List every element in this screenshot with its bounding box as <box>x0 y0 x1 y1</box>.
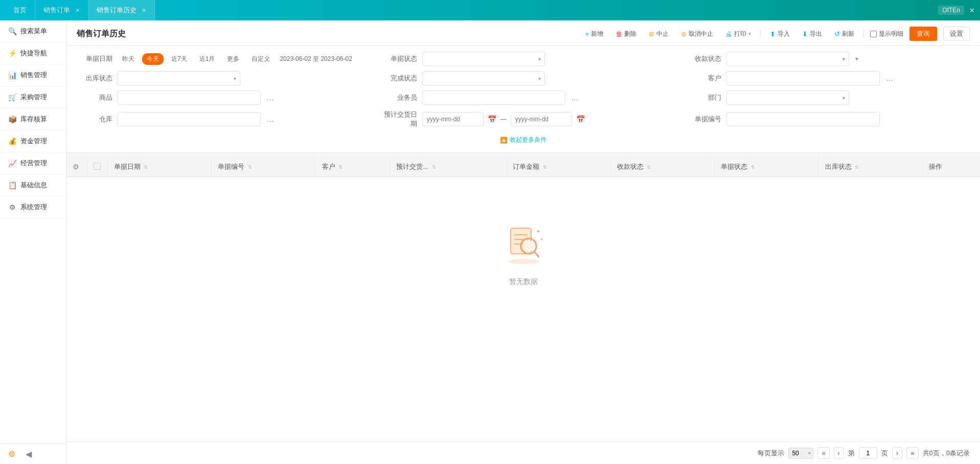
show-detail-container: 显示明细 <box>870 30 903 38</box>
goods-label: 商品 <box>77 93 118 102</box>
expected-date-from[interactable] <box>422 112 484 126</box>
refresh-button[interactable]: ↺ 刷新 <box>831 28 857 40</box>
tab-sales-order-history[interactable]: 销售订单历史 ✕ <box>88 0 155 20</box>
export-button[interactable]: ⬇ 导出 <box>799 28 825 40</box>
col-expected-date[interactable]: 预计交货... ⇅ <box>390 157 507 177</box>
col-date[interactable]: 单据日期 ⇅ <box>107 157 212 177</box>
delete-button[interactable]: 🗑 删除 <box>612 28 640 40</box>
sidebar-collapse-icon[interactable]: ◀ <box>26 449 32 459</box>
customer-dots[interactable]: ... <box>886 74 893 83</box>
salesperson-input[interactable] <box>422 91 565 105</box>
delete-label: 删除 <box>624 30 636 38</box>
out-status-select[interactable] <box>118 71 240 85</box>
page-number-input[interactable]: 1 <box>859 447 877 459</box>
tab-sales-order[interactable]: 销售订单 ✕ <box>35 0 88 20</box>
sidebar-item-system[interactable]: ⚙ 系统管理 <box>0 196 66 218</box>
goods-dots[interactable]: ... <box>267 93 274 102</box>
tab-sales-order-history-label: 销售订单历史 <box>97 6 136 15</box>
first-page-button[interactable]: « <box>817 447 829 459</box>
sidebar-item-finance[interactable]: 💰 资金管理 <box>0 130 66 152</box>
refresh-label: 刷新 <box>842 30 854 38</box>
quick-nav-icon: ⚡ <box>8 49 16 57</box>
filter-row-2: 出库状态 完成状态 客户 <box>77 71 970 85</box>
print-button[interactable]: 🖨 打印 ▾ <box>722 28 754 40</box>
col-expected-date-sort-icon: ⇅ <box>432 164 436 170</box>
sidebar-item-inventory[interactable]: 📦 库存核算 <box>0 108 66 130</box>
warehouse-input[interactable] <box>118 112 261 126</box>
operations-icon: 📈 <box>8 159 16 167</box>
filter-row-4: 仓库 ... 预计交货日期 📅 — 📅 单据编号 <box>77 110 970 128</box>
delete-icon: 🗑 <box>616 30 622 38</box>
sidebar-item-operations[interactable]: 📈 经营管理 <box>0 152 66 174</box>
col-amount[interactable]: 订单金额 ⇅ <box>507 157 611 177</box>
date-btn-yesterday[interactable]: 昨天 <box>118 53 139 65</box>
inventory-icon: 📦 <box>8 115 16 123</box>
new-button[interactable]: + 新增 <box>582 28 606 40</box>
date-btn-1month[interactable]: 近1月 <box>195 53 220 65</box>
out-status-control <box>118 71 361 85</box>
topbar-close-icon[interactable]: ✕ <box>969 7 975 14</box>
tab-sales-order-close[interactable]: ✕ <box>75 7 80 14</box>
order-no-input[interactable] <box>726 112 880 126</box>
customer-label: 客户 <box>686 74 726 83</box>
select-all-checkbox[interactable] <box>94 163 101 170</box>
filter-row-1: 单据日期 昨天 今天 近7天 近1月 更多 自定义 2023-06-02 至 2… <box>77 52 970 66</box>
date-btn-custom[interactable]: 自定义 <box>247 53 275 65</box>
sidebar-item-search-menu[interactable]: 🔍 搜索菜单 <box>0 20 66 42</box>
stop-icon: ⊘ <box>649 30 654 38</box>
finance-icon: 💰 <box>8 137 16 145</box>
date-btn-7days[interactable]: 近7天 <box>167 53 192 65</box>
sidebar-item-quick-nav[interactable]: ⚡ 快捷导航 <box>0 42 66 64</box>
prev-page-button[interactable]: ‹ <box>834 447 844 459</box>
cancel-stop-button[interactable]: ⊘ 取消中止 <box>678 28 716 40</box>
cancel-stop-icon: ⊘ <box>681 30 687 38</box>
settings-button[interactable]: 设置 <box>943 27 970 41</box>
data-table: ⚙ 单据日期 ⇅ 单据编号 ⇅ <box>66 157 980 327</box>
sidebar-item-sales-mgmt[interactable]: 📊 销售管理 <box>0 64 66 86</box>
complete-status-select[interactable] <box>422 71 545 85</box>
expected-date-label: 预计交货日期 <box>381 110 422 128</box>
goods-input[interactable] <box>118 91 261 105</box>
expected-date-to[interactable] <box>511 112 572 126</box>
sidebar-item-sales-mgmt-label: 销售管理 <box>20 71 47 80</box>
col-order-status[interactable]: 单据状态 ⇅ <box>715 157 819 177</box>
order-status-label: 单据状态 <box>381 54 422 63</box>
import-button[interactable]: ⬆ 导入 <box>767 28 793 40</box>
collapse-button[interactable]: 🔼 收起更多条件 <box>77 134 970 146</box>
sidebar-item-quick-nav-label: 快捷导航 <box>20 49 47 58</box>
payment-status-select[interactable] <box>726 52 849 66</box>
sidebar-settings-icon[interactable]: ⚙ <box>8 449 15 459</box>
order-status-control <box>422 52 666 66</box>
col-customer[interactable]: 客户 ⇅ <box>315 157 390 177</box>
sidebar-item-purchase-mgmt[interactable]: 🛒 采购管理 <box>0 86 66 108</box>
warehouse-dots[interactable]: ... <box>267 115 274 124</box>
show-detail-checkbox[interactable] <box>870 31 877 37</box>
last-page-button[interactable]: » <box>906 447 918 459</box>
customer-input[interactable] <box>726 71 880 85</box>
next-page-button[interactable]: › <box>892 447 902 459</box>
date-btn-today[interactable]: 今天 <box>142 53 164 65</box>
warehouse-label: 仓库 <box>77 115 118 124</box>
tab-home[interactable]: 首页 <box>5 0 35 20</box>
tab-sales-order-history-close[interactable]: ✕ <box>142 7 146 14</box>
stop-button[interactable]: ⊘ 中止 <box>646 28 672 40</box>
salesperson-dots[interactable]: ... <box>572 93 578 102</box>
export-icon: ⬇ <box>802 30 808 38</box>
col-order-no[interactable]: 单据编号 ⇅ <box>212 157 316 177</box>
order-status-select[interactable] <box>422 52 545 66</box>
expected-date-to-calendar-icon[interactable]: 📅 <box>576 115 585 123</box>
col-order-no-sort-icon: ⇅ <box>248 164 252 170</box>
salesperson-label: 业务员 <box>381 93 422 102</box>
col-out-status[interactable]: 出库状态 ⇅ <box>818 157 923 177</box>
col-payment-status[interactable]: 收款状态 ⇅ <box>610 157 715 177</box>
date-btn-more[interactable]: 更多 <box>222 53 244 65</box>
sidebar-item-basic-info[interactable]: 📋 基础信息 <box>0 174 66 196</box>
department-select[interactable] <box>726 91 849 105</box>
query-button[interactable]: 查询 <box>909 27 937 41</box>
purchase-mgmt-icon: 🛒 <box>8 93 16 101</box>
date-group: 昨天 今天 近7天 近1月 更多 自定义 2023-06-02 至 2023-0… <box>118 53 352 65</box>
expected-date-from-calendar-icon[interactable]: 📅 <box>488 115 496 123</box>
import-icon: ⬆ <box>770 30 776 38</box>
table-settings-icon[interactable]: ⚙ <box>73 163 79 171</box>
page-size-select[interactable]: 50 10 20 100 <box>788 448 813 459</box>
